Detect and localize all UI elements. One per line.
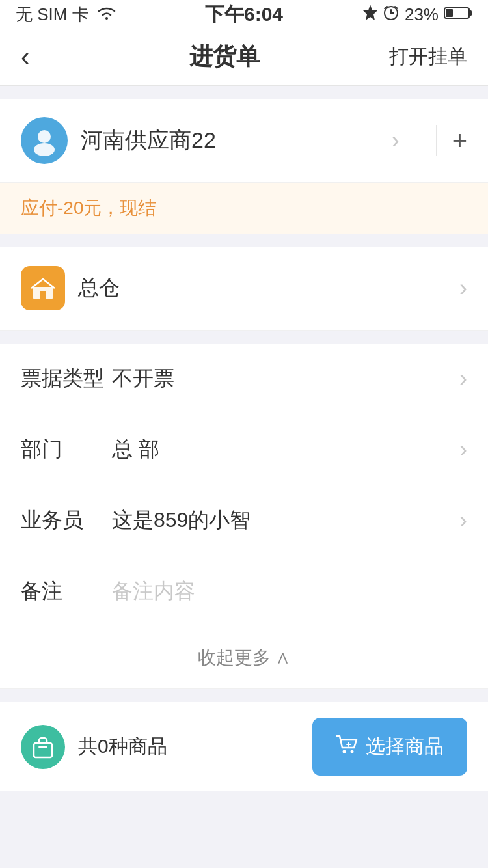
select-product-button[interactable]: 选择商品 — [312, 718, 467, 776]
battery-text: 23% — [405, 5, 439, 25]
notice-text: 应付-20元，现结 — [21, 198, 156, 218]
warehouse-icon-bg — [21, 266, 65, 310]
salesperson-chevron-icon — [459, 507, 467, 534]
status-right: 23% — [363, 4, 472, 25]
gap-3 — [0, 331, 488, 344]
supplier-name: 河南供应商22 — [81, 126, 392, 156]
back-button[interactable]: ‹ — [21, 42, 60, 72]
page-title: 进货单 — [189, 41, 260, 73]
form-section: 票据类型 不开票 部门 总 部 业务员 这是859的小智 备注 备注内容 收起更… — [0, 344, 488, 689]
supplier-row[interactable]: 河南供应商22 + — [0, 99, 488, 183]
location-icon — [363, 4, 377, 25]
warehouse-row[interactable]: 总仓 — [0, 247, 488, 331]
remark-value: 备注内容 — [112, 577, 467, 606]
department-value: 总 部 — [112, 435, 459, 464]
warehouse-label: 总仓 — [78, 274, 459, 303]
battery-icon — [444, 5, 472, 25]
salesperson-key: 业务员 — [21, 506, 112, 535]
invoice-type-chevron-icon — [459, 365, 467, 392]
remark-key: 备注 — [21, 577, 112, 606]
invoice-type-value: 不开票 — [112, 364, 459, 393]
svg-rect-4 — [446, 9, 453, 17]
svg-point-5 — [38, 130, 51, 143]
divider — [436, 125, 437, 156]
svg-point-11 — [351, 750, 354, 753]
wifi-icon — [96, 4, 118, 25]
gap-2 — [0, 234, 488, 247]
collapse-label: 收起更多 ∧ — [198, 647, 291, 668]
status-left: 无 SIM 卡 — [16, 3, 118, 26]
nav-bar: ‹ 进货单 打开挂单 — [0, 29, 488, 86]
svg-point-10 — [343, 750, 346, 753]
supplier-section: 河南供应商22 + 应付-20元，现结 — [0, 99, 488, 234]
status-bar: 无 SIM 卡 下午6:04 23% — [0, 0, 488, 29]
department-key: 部门 — [21, 435, 112, 464]
supplier-chevron-icon — [392, 127, 400, 154]
warehouse-chevron-icon — [459, 275, 467, 302]
add-supplier-button[interactable]: + — [452, 126, 467, 156]
warehouse-section: 总仓 — [0, 247, 488, 331]
svg-point-6 — [34, 143, 55, 156]
collapse-button[interactable]: 收起更多 ∧ — [0, 627, 488, 689]
gap-1 — [0, 86, 488, 99]
svg-rect-8 — [40, 291, 46, 299]
svg-rect-3 — [469, 10, 472, 16]
supplier-avatar — [21, 117, 68, 164]
bottom-bar: 共0种商品 选择商品 — [0, 702, 488, 791]
invoice-type-key: 票据类型 — [21, 364, 112, 393]
alarm-icon — [383, 4, 400, 25]
page-background — [0, 791, 488, 868]
carrier-text: 无 SIM 卡 — [16, 3, 89, 26]
department-row[interactable]: 部门 总 部 — [0, 414, 488, 485]
svg-rect-9 — [34, 743, 52, 757]
department-chevron-icon — [459, 436, 467, 463]
product-icon-bg — [21, 725, 65, 769]
salesperson-value: 这是859的小智 — [112, 506, 459, 535]
svg-point-0 — [105, 17, 108, 20]
select-product-label: 选择商品 — [366, 733, 444, 760]
status-time: 下午6:04 — [205, 1, 283, 28]
product-count-text: 共0种商品 — [78, 733, 312, 760]
open-pending-button[interactable]: 打开挂单 — [389, 44, 467, 70]
cart-icon — [336, 735, 358, 759]
invoice-type-row[interactable]: 票据类型 不开票 — [0, 344, 488, 414]
remark-row[interactable]: 备注 备注内容 — [0, 556, 488, 627]
notice-banner: 应付-20元，现结 — [0, 183, 488, 234]
salesperson-row[interactable]: 业务员 这是859的小智 — [0, 485, 488, 556]
